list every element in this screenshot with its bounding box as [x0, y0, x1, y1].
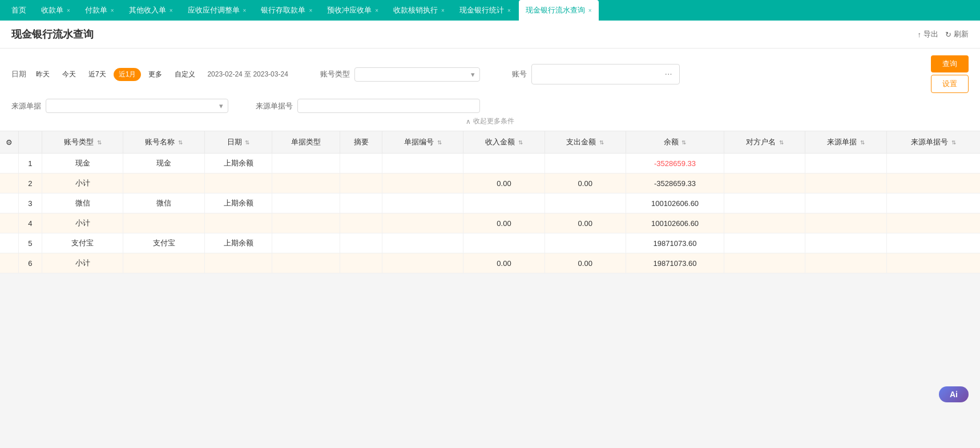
nav-tab-7[interactable]: 现金银行统计 ×	[453, 0, 518, 21]
date-custom[interactable]: 自定义	[170, 68, 200, 81]
nav-tab-8[interactable]: 现金银行流水查询 ×	[519, 0, 599, 21]
table-cell	[0, 193, 18, 213]
table-cell	[340, 193, 382, 213]
table-row: 1现金现金上期余额-3528659.33	[0, 154, 980, 173]
account-input[interactable]	[537, 70, 663, 79]
data-table: ⚙ 账号类型 ⇅ 账号名称 ⇅ 日期 ⇅ 单据类型 摘要 单据编号	[0, 131, 980, 273]
close-icon[interactable]: ×	[441, 7, 445, 14]
close-icon[interactable]: ×	[111, 7, 114, 14]
date-more[interactable]: 更多	[143, 68, 167, 81]
close-icon[interactable]: ×	[67, 7, 70, 14]
table-cell	[463, 154, 545, 173]
th-source-doc[interactable]: 来源单据 ⇅	[805, 131, 886, 154]
close-icon[interactable]: ×	[243, 7, 247, 14]
th-account-type[interactable]: 账号类型 ⇅	[42, 131, 123, 154]
source-doc-no-input[interactable]	[303, 102, 475, 110]
table-cell	[340, 253, 382, 273]
source-doc-select[interactable]: ▾	[46, 99, 228, 113]
table-cell: 0.00	[463, 253, 545, 273]
account-type-filter-group: 账号类型 ▾	[320, 67, 480, 82]
nav-tab-4[interactable]: 银行存取款单 ×	[254, 0, 319, 21]
table-container: ⚙ 账号类型 ⇅ 账号名称 ⇅ 日期 ⇅ 单据类型 摘要 单据编号	[0, 131, 980, 273]
dots-icon[interactable]: ···	[662, 67, 674, 82]
table-cell	[886, 173, 980, 193]
date-today[interactable]: 今天	[57, 68, 81, 81]
table-cell: 0.00	[463, 173, 545, 193]
table-cell: -3528659.33	[626, 154, 724, 173]
table-cell	[382, 233, 463, 253]
table-cell	[545, 154, 626, 173]
date-yesterday[interactable]: 昨天	[31, 68, 55, 81]
chevron-down-icon: ▾	[471, 70, 475, 79]
table-cell: 100102606.60	[626, 213, 724, 233]
table-cell	[724, 193, 805, 213]
nav-tab-1[interactable]: 付款单 ×	[78, 0, 121, 21]
table-cell: 2	[18, 173, 42, 193]
th-doc-no[interactable]: 单据编号 ⇅	[382, 131, 463, 154]
nav-tab-6[interactable]: 收款核销执行 ×	[386, 0, 451, 21]
table-cell: 支付宝	[123, 233, 204, 253]
table-cell: 小计	[42, 213, 123, 233]
table-cell: 4	[18, 213, 42, 233]
close-icon[interactable]: ×	[588, 7, 592, 14]
table-cell	[886, 233, 980, 253]
th-counterpart[interactable]: 对方户名 ⇅	[724, 131, 805, 154]
sort-icon: ⇅	[599, 139, 604, 146]
th-income[interactable]: 收入金额 ⇅	[463, 131, 545, 154]
date-1month[interactable]: 近1月	[114, 68, 142, 81]
sort-icon: ⇅	[681, 139, 686, 146]
table-cell	[0, 154, 18, 173]
table-cell	[886, 253, 980, 273]
close-icon[interactable]: ×	[170, 7, 173, 14]
th-expense[interactable]: 支出金额 ⇅	[545, 131, 626, 154]
header-actions: ↑ 导出 ↻ 刷新	[918, 29, 969, 39]
th-no	[18, 131, 42, 154]
nav-tab-2[interactable]: 其他收入单 ×	[122, 0, 180, 21]
date-range-text: 2023-02-24 至 2023-03-24	[207, 70, 288, 79]
close-icon[interactable]: ×	[507, 7, 511, 14]
export-icon: ↑	[918, 30, 922, 39]
nav-tab-5[interactable]: 预收冲应收单 ×	[320, 0, 385, 21]
table-cell	[886, 213, 980, 233]
th-balance[interactable]: 余额 ⇅	[626, 131, 724, 154]
export-button[interactable]: ↑ 导出	[918, 29, 939, 39]
th-source-doc-no[interactable]: 来源单据号 ⇅	[886, 131, 980, 154]
collapse-row[interactable]: ∧ 收起更多条件	[11, 116, 969, 126]
table-cell: 0.00	[545, 253, 626, 273]
nav-home[interactable]: 首页	[5, 0, 33, 21]
page-title: 现金银行流水查询	[11, 27, 94, 41]
close-icon[interactable]: ×	[375, 7, 378, 14]
table-cell	[0, 253, 18, 273]
table-cell: 小计	[42, 253, 123, 273]
source-doc-filter-group: 来源单据 ▾	[11, 99, 228, 113]
date-7days[interactable]: 近7天	[83, 68, 111, 81]
settings-button[interactable]: 设置	[931, 75, 969, 93]
nav-tab-0[interactable]: 收款单 ×	[34, 0, 77, 21]
table-cell: 小计	[42, 173, 123, 193]
table-cell	[123, 253, 204, 273]
th-account-name[interactable]: 账号名称 ⇅	[123, 131, 204, 154]
table-cell	[724, 253, 805, 273]
sort-icon: ⇅	[518, 139, 523, 146]
account-type-select[interactable]: ▾	[354, 67, 480, 82]
table-header-row: ⚙ 账号类型 ⇅ 账号名称 ⇅ 日期 ⇅ 单据类型 摘要 单据编号	[0, 131, 980, 154]
date-options: 昨天 今天 近7天 近1月 更多 自定义	[31, 68, 200, 81]
table-cell	[545, 193, 626, 213]
table-cell: 微信	[42, 193, 123, 213]
table-cell	[805, 173, 886, 193]
page-header: 现金银行流水查询 ↑ 导出 ↻ 刷新	[0, 21, 980, 49]
table-cell	[463, 193, 545, 213]
table-cell	[805, 233, 886, 253]
search-button[interactable]: 查询	[931, 55, 969, 72]
table-cell	[272, 233, 340, 253]
th-date[interactable]: 日期 ⇅	[204, 131, 272, 154]
nav-tab-3[interactable]: 应收应付调整单 ×	[181, 0, 253, 21]
sort-icon: ⇅	[860, 139, 865, 146]
refresh-button[interactable]: ↻ 刷新	[945, 29, 969, 39]
account-label: 账号	[512, 69, 527, 79]
table-cell	[340, 154, 382, 173]
sort-icon: ⇅	[178, 139, 183, 146]
close-icon[interactable]: ×	[309, 7, 312, 14]
th-gear[interactable]: ⚙	[0, 131, 18, 154]
table-cell	[805, 154, 886, 173]
